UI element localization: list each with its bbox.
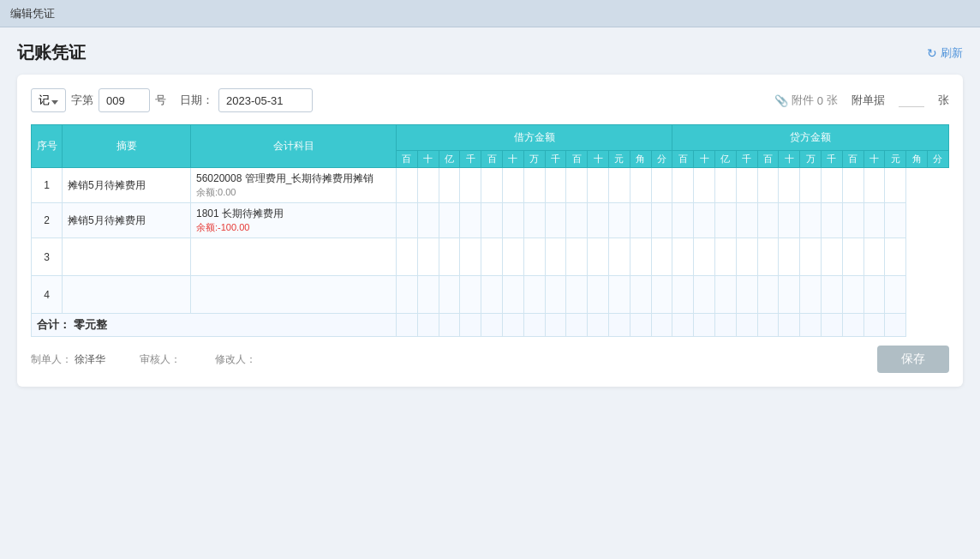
row4-account[interactable] [191,276,397,314]
creator-value: 徐泽华 [75,353,105,365]
attach-single-label[interactable]: 附单据 [852,93,885,108]
voucher-table: 序号 摘要 会计科目 借方金额 贷方金额 [31,124,949,337]
total-row: 合计： 零元整 [32,314,949,337]
th-d-qian1: 千 [460,151,481,168]
footer-row: 制单人： 徐泽华 审核人： 修改人： 保存 [31,346,949,373]
reviewer-label: 审核人： [140,353,181,365]
voucher-number-input[interactable] [99,88,150,112]
row4-summary[interactable] [63,276,191,314]
th-credit-group: 贷方金额 [672,125,949,151]
row3-summary[interactable] [63,238,191,276]
attachment-unit: 张 [827,93,838,108]
th-account: 会计科目 [191,125,397,168]
page-title: 记账凭证 [17,41,86,64]
zhang-label: 张 [938,93,949,108]
th-d-fen: 分 [651,151,672,168]
th-d-yuan: 元 [608,151,630,168]
attachment-label: 附件 [792,93,814,108]
th-d-yi: 亿 [439,151,460,168]
row3-account[interactable] [191,238,397,276]
attachment-link[interactable]: 📎 附件 0 张 [774,93,838,108]
th-c-bai3: 百 [842,151,863,168]
table-row: 2 摊销5月待摊费用 1801 长期待摊费用 余额:-100.00 [32,203,949,238]
row2-account[interactable]: 1801 长期待摊费用 余额:-100.00 [191,203,397,238]
row2-summary[interactable]: 摊销5月待摊费用 [63,203,191,238]
refresh-label: 刷新 [941,45,963,61]
date-group: 日期： [180,88,313,112]
th-c-fen: 分 [927,151,948,168]
th-d-shi2: 十 [502,151,523,168]
voucher-type-button[interactable]: 记 [31,88,66,112]
refresh-button[interactable]: ↻ 刷新 [927,45,963,61]
th-d-shi3: 十 [588,151,609,168]
refresh-icon: ↻ [927,46,937,60]
th-c-yi: 亿 [714,151,736,168]
voucher-type-value: 记 [39,93,50,108]
creator-group: 制单人： 徐泽华 [31,352,105,367]
th-d-bai3: 百 [566,151,588,168]
th-c-shi3: 十 [863,151,885,168]
th-summary: 摘要 [63,125,191,168]
date-label: 日期： [180,93,213,108]
th-c-shi2: 十 [779,151,800,168]
row2-balance: 余额:-100.00 [196,221,391,234]
th-d-wan: 万 [523,151,545,168]
th-c-bai2: 百 [757,151,779,168]
row2-seq: 2 [32,203,63,238]
th-c-shi1: 十 [694,151,715,168]
reviewer-group: 审核人： [140,352,181,367]
creator-label: 制单人： [31,353,72,365]
row4-seq: 4 [32,276,63,314]
row1-balance: 余额:0.00 [196,186,391,199]
main-area: 记账凭证 ↻ 刷新 记 字第 号 日期： 📎 [0,27,980,559]
th-c-yuan: 元 [885,151,906,168]
th-seq: 序号 [32,125,63,168]
page-header: 记账凭证 ↻ 刷新 [17,41,963,64]
th-c-bai1: 百 [672,151,694,168]
row1-account[interactable]: 56020008 管理费用_长期待摊费用摊销 余额:0.00 [191,168,397,203]
th-c-wan: 万 [800,151,822,168]
th-d-bai1: 百 [397,151,418,168]
save-button[interactable]: 保存 [877,346,949,373]
th-c-jiao: 角 [906,151,928,168]
row1-seq: 1 [32,168,63,203]
zhang-input[interactable] [899,93,924,107]
modifier-group: 修改人： [215,352,256,367]
th-d-jiao: 角 [630,151,651,168]
row3-seq: 3 [32,238,63,276]
voucher-card: 记 字第 号 日期： 📎 附件 0 张 附单据 张 [17,75,963,387]
th-c-qian1: 千 [736,151,757,168]
title-bar: 编辑凭证 [0,0,980,27]
table-row: 1 摊销5月待摊费用 56020008 管理费用_长期待摊费用摊销 余额:0.0… [32,168,949,203]
row1-summary[interactable]: 摊销5月待摊费用 [63,168,191,203]
zi-label: 字第 [71,93,93,108]
attachment-count: 0 [817,94,823,107]
table-row: 3 [32,238,949,276]
th-debit-group: 借方金额 [397,125,672,151]
th-d-shi1: 十 [417,151,439,168]
th-d-qian2: 千 [545,151,566,168]
table-row: 4 [32,276,949,314]
form-row: 记 字第 号 日期： 📎 附件 0 张 附单据 张 [31,88,949,112]
hao-label: 号 [155,93,166,108]
title-bar-text: 编辑凭证 [10,6,55,21]
chevron-down-icon [51,94,58,107]
modifier-label: 修改人： [215,353,256,365]
th-c-qian2: 千 [821,151,842,168]
th-d-bai2: 百 [481,151,503,168]
total-label: 合计： 零元整 [32,314,397,337]
voucher-table-wrapper: 序号 摘要 会计科目 借方金额 贷方金额 [31,124,949,337]
voucher-type-group: 记 字第 号 [31,88,166,112]
paperclip-icon: 📎 [774,94,788,107]
date-input[interactable] [218,88,313,112]
attachment-area: 📎 附件 0 张 附单据 张 [774,93,949,108]
